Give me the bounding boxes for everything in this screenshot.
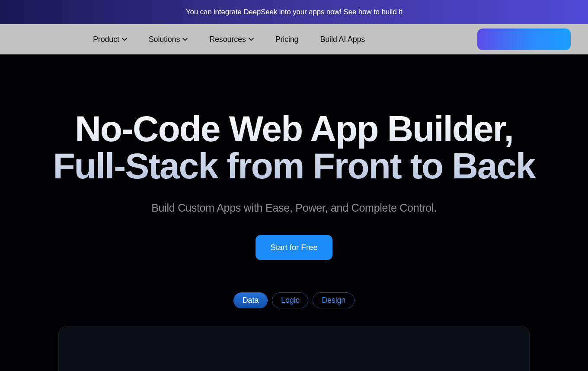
- nav-item-label: Pricing: [275, 35, 299, 44]
- start-for-free-button[interactable]: Start for Free: [256, 235, 332, 260]
- nav-item-label: Product: [93, 35, 119, 44]
- nav-item-solutions[interactable]: Solutions: [138, 35, 198, 44]
- chevron-down-icon: [249, 38, 254, 41]
- nav-item-resources[interactable]: Resources: [198, 35, 264, 44]
- nav-item-label: Resources: [209, 35, 246, 44]
- nav-item-build-ai-apps[interactable]: Build AI Apps: [309, 35, 376, 44]
- hero-title-line2: Full-Stack from Front to Back: [53, 146, 535, 186]
- announcement-bar[interactable]: You can integrate DeepSeek into your app…: [0, 0, 588, 24]
- nav-cta-button[interactable]: [477, 29, 571, 50]
- hero-title: No-Code Web App Builder, Full-Stack from…: [9, 111, 579, 184]
- nav-item-pricing[interactable]: Pricing: [265, 35, 310, 44]
- tab-data[interactable]: Data: [233, 292, 268, 308]
- feature-tabs: Data Logic Design: [9, 292, 579, 308]
- hero-section: No-Code Web App Builder, Full-Stack from…: [0, 54, 588, 371]
- nav-item-product[interactable]: Product: [82, 35, 138, 44]
- announcement-text: You can integrate DeepSeek into your app…: [186, 8, 402, 16]
- chevron-down-icon: [122, 38, 127, 41]
- hero-subtitle: Build Custom Apps with Ease, Power, and …: [9, 202, 579, 214]
- content-preview-panel: [58, 327, 530, 371]
- nav-item-label: Solutions: [149, 35, 180, 44]
- nav-item-label: Build AI Apps: [320, 35, 365, 44]
- hero-title-line1: No-Code Web App Builder,: [75, 108, 513, 149]
- tab-logic[interactable]: Logic: [272, 292, 308, 308]
- navbar: Product Solutions Resources Pricing Buil…: [0, 24, 588, 54]
- tab-design[interactable]: Design: [313, 292, 355, 308]
- chevron-down-icon: [182, 38, 188, 41]
- nav-links: Product Solutions Resources Pricing Buil…: [82, 35, 376, 44]
